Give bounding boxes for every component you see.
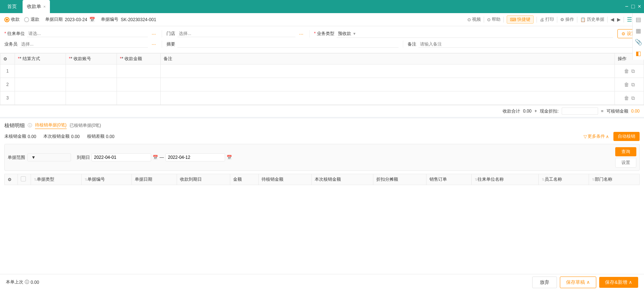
remark-cell-2[interactable] [161,78,615,91]
settlement-cell-3[interactable] [15,91,66,105]
lower-col-dept: ⇅部门名称 [589,174,640,185]
cal-from-icon[interactable]: 📅 [153,155,158,160]
settlement-input-2[interactable] [15,78,66,91]
store-more-icon[interactable]: ··· [298,31,305,37]
discount-input[interactable] [562,107,598,115]
amount-cell-2[interactable] [117,78,161,91]
save-draft-btn[interactable]: 保存草稿 ∧ [560,277,596,288]
amount-cell-3[interactable] [117,91,161,105]
video-action[interactable]: ⊙ 视频 [467,16,481,23]
remark-input-2[interactable] [161,78,614,91]
sidebar-icon-4[interactable]: ◧ [636,50,641,57]
account-input-2[interactable] [66,78,117,91]
copy-row-icon-3[interactable]: ⧉ [631,95,635,101]
account-cell-1[interactable] [66,64,117,78]
query-btn[interactable]: 查询 [615,147,636,156]
settlement-input-1[interactable] [15,64,66,78]
date-field: 单据日期 2023-03-24 📅 [45,16,95,23]
sidebar-icon-2[interactable]: ▦ [636,27,641,34]
tab-active[interactable]: 收款单 × [23,0,50,13]
amount-cell-1[interactable] [117,64,161,78]
date-to-input[interactable] [165,153,225,161]
col-setting-header[interactable]: ⚙ [0,54,15,64]
row-num-2: 2 [0,78,15,91]
remark-cell-1[interactable] [161,64,615,78]
shortcut-label: 快捷键 [517,16,530,23]
print-icon: 🖨 [540,17,544,22]
receipt-table-section: ⚙ ** 结算方式 ** 收款账号 ** 收款金额 备注 操作 1 [0,53,644,117]
form-section: * 往来单位 ··· 门店 ··· * 业务类型 预收款 ▼ [0,26,644,53]
amount-input-1[interactable] [117,64,160,78]
save-new-btn[interactable]: 保存&新增 ∧ [599,277,638,288]
order-info-icon[interactable]: ⓘ [25,279,29,285]
staff-input[interactable] [20,41,148,48]
help-icon: ⊙ [487,17,491,22]
radio-refund[interactable]: 退款 [24,16,39,23]
account-input-3[interactable] [66,91,117,105]
pending-tab[interactable]: 待核销单据(0笔) [35,122,67,129]
biz-type-select[interactable]: 预收款 ▼ [337,30,613,38]
amount-input-3[interactable] [117,91,160,105]
verify-stats: 未核销金额 0.00 本次核销金额 0.00 核销差额 0.00 ▽ 更多条件 … [4,132,640,141]
cal-to-icon[interactable]: 📅 [227,155,232,160]
done-tab[interactable]: 已核销单据(0笔) [70,122,101,129]
auto-verify-btn[interactable]: 自动核销 [613,132,640,141]
sidebar-icon-1[interactable]: ▤ [636,16,641,23]
nav-prev-icon[interactable]: ◀ [610,17,614,22]
tab-bar-left: 首页 收款单 × [3,0,50,13]
summary-input[interactable] [177,41,398,48]
ops-action[interactable]: ⚙ 操作 [560,16,574,23]
date-value[interactable]: 2023-03-24 [65,17,87,22]
sidebar-icon-3[interactable]: 📎 [635,39,642,46]
list-view-icon[interactable]: ☰ [627,16,632,23]
remark-input[interactable] [419,41,640,48]
staff-more-icon[interactable]: ··· [150,41,157,47]
verify-info-icon[interactable]: ⓘ [28,122,32,129]
lower-col-cb[interactable] [18,174,31,185]
radio-receipt[interactable]: 收款 [4,16,20,23]
help-action[interactable]: ⊙ 帮助 [487,16,500,23]
col-amount-header: ** 收款金额 [117,54,161,64]
copy-row-icon-2[interactable]: ⧉ [631,82,635,88]
shortcut-btn[interactable]: ⌨ 快捷键 [507,15,534,24]
radio-receipt-label: 收款 [11,16,20,23]
range-select[interactable]: ▼ [27,153,71,161]
tab-close-icon[interactable]: × [43,0,46,13]
more-conditions-link[interactable]: ▽ 更多条件 ∧ [584,133,609,140]
tab-home[interactable]: 首页 [3,0,21,13]
lower-col-setting[interactable]: ⚙ [5,174,18,185]
settlement-cell-1[interactable] [15,64,66,78]
print-action[interactable]: 🖨 打印 [540,16,554,23]
biz-type-arrow-icon: ▼ [353,32,356,36]
remark-cell-3[interactable] [161,91,615,105]
store-input[interactable] [177,30,295,37]
remark-input-3[interactable] [161,91,614,105]
maximize-btn[interactable]: □ [631,3,635,10]
calendar-icon[interactable]: 📅 [89,17,95,22]
settlement-input-3[interactable] [15,91,66,105]
delete-row-icon-3[interactable]: 🗑 [624,95,629,101]
total-value: 0.00 [523,109,531,114]
account-input-1[interactable] [66,64,117,78]
counterparty-more-icon[interactable]: ··· [150,31,157,37]
lower-col-order: 销售订单 [427,174,471,185]
abandon-btn[interactable]: 放弃 [532,277,557,288]
verify-settings-btn[interactable]: 设置 [615,158,636,168]
nav-next-icon[interactable]: ▶ [617,17,621,22]
amount-input-2[interactable] [117,78,160,91]
counterparty-input[interactable] [27,30,148,37]
history-action[interactable]: 📋 历史单据 [580,16,604,23]
minimize-btn[interactable]: − [625,3,628,10]
date-from-input[interactable] [91,153,151,161]
select-all-checkbox[interactable] [21,176,26,181]
delete-row-icon-1[interactable]: 🗑 [624,68,629,74]
account-cell-3[interactable] [66,91,117,105]
remark-input-1[interactable] [161,64,614,78]
copy-row-icon-1[interactable]: ⧉ [631,68,635,74]
account-cell-2[interactable] [66,78,117,91]
delete-row-icon-2[interactable]: 🗑 [624,82,629,87]
close-btn[interactable]: × [638,3,641,10]
number-value[interactable]: SK-20230324-001 [121,17,156,22]
verify-header: 核销明细 ⓘ 待核销单据(0笔) 已核销单据(0笔) [4,122,640,129]
settlement-cell-2[interactable] [15,78,66,91]
